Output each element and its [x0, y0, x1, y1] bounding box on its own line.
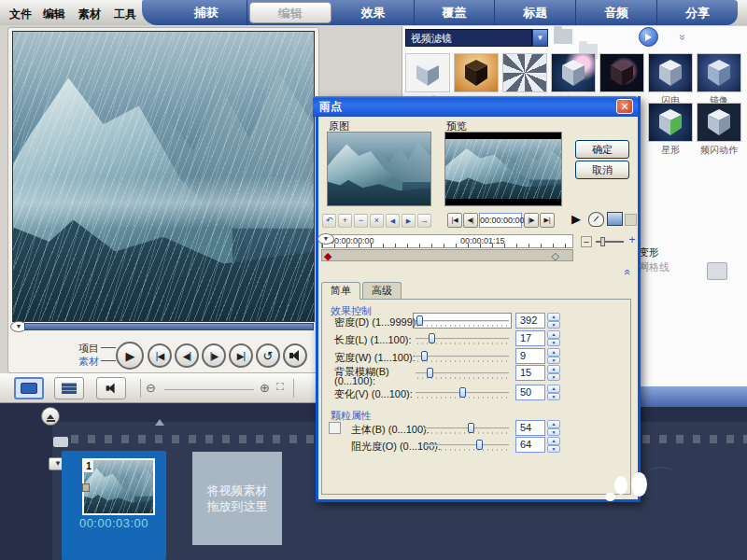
timeline-view-button[interactable]	[54, 377, 84, 399]
zoom-slider[interactable]	[164, 389, 254, 391]
bg-blur-value[interactable]: 15	[515, 365, 545, 381]
bg-blur-slider[interactable]	[416, 368, 509, 379]
keyframe-step-left-icon[interactable]: ◀	[386, 214, 400, 228]
keyframe-add-icon[interactable]: +	[338, 214, 352, 228]
menu-file[interactable]: 文件	[9, 7, 32, 22]
filter-item-strobe[interactable]: 频闪动作	[695, 103, 743, 157]
opacity-slider-thumb[interactable]	[476, 440, 483, 450]
filter-item-mirror[interactable]: 镜像	[695, 53, 743, 107]
width-value[interactable]: 9	[515, 348, 545, 364]
body-slider-thumb[interactable]	[468, 423, 474, 433]
close-icon[interactable]: ✕	[616, 99, 633, 114]
width-slider[interactable]	[416, 351, 509, 362]
length-slider-thumb[interactable]	[429, 333, 435, 343]
fit-project-icon[interactable]: ⛶	[276, 381, 284, 393]
dlg-zoom-in-button[interactable]: +	[626, 234, 639, 247]
density-slider[interactable]	[416, 315, 509, 327]
width-spinner[interactable]: ▲▼	[547, 348, 560, 364]
chevron-down-icon[interactable]: «	[675, 29, 690, 46]
keyframe-jump-icon[interactable]: →	[417, 214, 431, 228]
device-preview-icon[interactable]	[607, 212, 623, 226]
dlg-tab-simple[interactable]: 简单	[321, 282, 360, 300]
density-slider-thumb[interactable]	[416, 315, 423, 326]
filter-item-lightning[interactable]: 闪电	[646, 53, 695, 107]
filter-item-star[interactable]: 星形	[646, 103, 695, 157]
timeline-position-marker[interactable]	[155, 414, 164, 426]
dlg-zoom-thumb[interactable]	[600, 237, 605, 246]
keyframe-diamond-end[interactable]: ◇	[552, 250, 559, 261]
tab-audio[interactable]: 音频	[576, 0, 657, 25]
dlg-play-icon[interactable]: ▶	[571, 212, 581, 226]
dlg-keyframe-track[interactable]: ◆ ◇	[321, 249, 573, 261]
eject-button[interactable]	[41, 407, 60, 426]
length-spinner[interactable]: ▲▼	[547, 330, 560, 346]
keyframe-remove-icon[interactable]: −	[354, 214, 368, 228]
folder-icon[interactable]	[554, 29, 572, 44]
repeat-button[interactable]: ↺	[256, 343, 280, 368]
gallery-dropdown-arrow[interactable]: ▼	[532, 29, 548, 47]
trim-bar[interactable]	[24, 323, 314, 330]
length-slider[interactable]	[416, 333, 509, 344]
performance-icon[interactable]	[588, 212, 604, 227]
tab-title[interactable]: 标题	[495, 0, 576, 25]
width-slider-thumb[interactable]	[421, 351, 428, 361]
opacity-spinner[interactable]: ▲▼	[547, 437, 560, 453]
cancel-button[interactable]: 取消	[575, 161, 629, 179]
ok-button[interactable]: 确定	[575, 140, 629, 159]
particle-checkbox[interactable]	[329, 422, 341, 434]
density-spinner[interactable]: ▲▼	[547, 313, 560, 329]
dlg-prev-frame-button[interactable]: ◀|	[463, 213, 478, 228]
keyframe-reverse-icon[interactable]: ×	[370, 214, 384, 228]
menu-clip[interactable]: 素材	[78, 7, 101, 22]
collapse-chevron-icon[interactable]: «	[621, 265, 633, 280]
play-button[interactable]: ▶	[116, 342, 144, 370]
clip-mode-label[interactable]: 素材	[78, 355, 99, 369]
keyframe-prev-icon[interactable]: ↶	[322, 214, 336, 228]
tab-share[interactable]: 分享	[657, 0, 738, 25]
home-button[interactable]: |◀	[148, 343, 172, 368]
dlg-timecode[interactable]: 00:00:00:00	[479, 213, 522, 228]
opacity-value[interactable]: 64	[515, 437, 545, 453]
volume-button[interactable]	[283, 343, 307, 368]
body-spinner[interactable]: ▲▼	[547, 420, 560, 436]
variation-spinner[interactable]: ▲▼	[547, 385, 560, 400]
variation-slider[interactable]	[416, 387, 509, 399]
tab-capture[interactable]: 捕获	[166, 0, 247, 25]
body-value[interactable]: 54	[515, 420, 545, 436]
end-button[interactable]: ▶|	[229, 343, 253, 368]
prev-frame-button[interactable]: ◀|	[175, 343, 199, 368]
zoom-out-icon[interactable]: ⊖	[146, 381, 156, 395]
drop-placeholder[interactable]: 将视频素材 拖放到这里	[192, 452, 282, 545]
options-icon[interactable]	[639, 27, 658, 47]
tab-edit[interactable]: 编辑	[249, 2, 331, 23]
bg-blur-spinner[interactable]: ▲▼	[547, 365, 560, 381]
tab-effect[interactable]: 效果	[333, 0, 415, 25]
tab-overlay[interactable]: 覆盖	[415, 0, 496, 25]
dlg-home-button[interactable]: |◀	[447, 213, 462, 228]
dlg-timeline-ruler[interactable]: 00:00:00:00 00:00:01:15	[321, 234, 573, 248]
keyframe-step-right-icon[interactable]: ▶	[402, 214, 416, 228]
deform-label[interactable]: 变形	[639, 245, 659, 259]
density-value[interactable]: 392	[515, 313, 545, 329]
length-value[interactable]: 17	[515, 330, 545, 346]
dlg-zoom-out-button[interactable]: −	[581, 236, 592, 247]
zoom-in-icon[interactable]: ⊕	[260, 381, 270, 395]
variation-slider-thumb[interactable]	[459, 387, 466, 398]
bg-blur-slider-thumb[interactable]	[427, 368, 433, 378]
variation-value[interactable]: 50	[515, 385, 545, 400]
storyboard-view-button[interactable]	[14, 377, 44, 399]
menu-tools[interactable]: 工具	[114, 7, 136, 22]
menu-edit[interactable]: 编辑	[43, 7, 65, 22]
body-slider[interactable]	[425, 423, 509, 434]
keyframe-diamond-start[interactable]: ◆	[324, 250, 331, 261]
opacity-slider[interactable]	[425, 440, 509, 451]
gallery-dropdown[interactable]: 视频滤镜	[405, 29, 532, 47]
dlg-end-button[interactable]: ▶|	[540, 213, 555, 228]
audio-view-button[interactable]	[96, 377, 126, 399]
dlg-trim-handle[interactable]: ▼	[317, 233, 334, 245]
dlg-next-frame-button[interactable]: |▶	[524, 213, 539, 228]
dlg-tab-advanced[interactable]: 高级	[362, 282, 402, 299]
next-frame-button[interactable]: |▶	[202, 343, 226, 368]
project-mode-label[interactable]: 项目	[78, 342, 99, 356]
dialog-titlebar[interactable]: 雨点	[313, 96, 638, 117]
